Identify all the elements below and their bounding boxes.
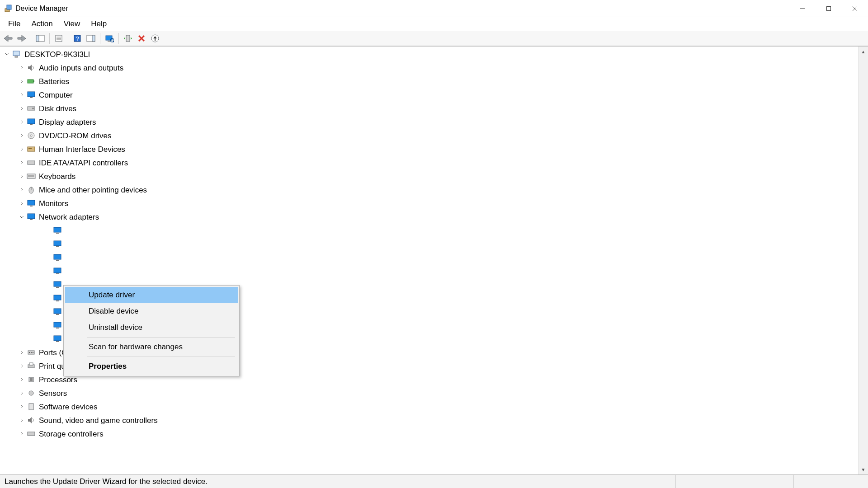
speaker-icon	[26, 63, 36, 72]
tree-item-display[interactable]: Display adapters	[0, 115, 858, 129]
tree-item-mice[interactable]: Mice and other pointing devices	[0, 183, 858, 197]
svg-marker-31	[28, 65, 32, 71]
menu-file[interactable]: File	[3, 19, 26, 29]
chevron-right-icon[interactable]	[18, 145, 25, 153]
printer-icon	[26, 361, 36, 371]
tree-item-monitors[interactable]: Monitors	[0, 197, 858, 210]
chevron-right-icon[interactable]	[18, 200, 25, 207]
controller-icon	[26, 158, 36, 167]
chevron-right-icon[interactable]	[18, 173, 25, 180]
svg-rect-78	[29, 363, 33, 365]
menu-view[interactable]: View	[58, 19, 86, 29]
menu-action[interactable]: Action	[26, 19, 58, 29]
chevron-right-icon[interactable]	[18, 389, 25, 397]
svg-rect-58	[56, 246, 59, 247]
svg-rect-38	[28, 119, 35, 124]
chevron-right-icon[interactable]	[18, 349, 25, 356]
tree-root[interactable]: DESKTOP-9K3I3LI	[0, 47, 858, 61]
forward-button[interactable]	[15, 32, 28, 45]
svg-rect-33	[33, 80, 34, 82]
chevron-right-icon[interactable]	[18, 105, 25, 112]
chevron-right-icon[interactable]	[18, 132, 25, 139]
disk-icon	[26, 104, 36, 113]
show-hide-tree-button[interactable]	[34, 32, 47, 45]
statusbar: Launches the Update Driver Wizard for th…	[0, 474, 868, 488]
tree-item-storage[interactable]: Storage controllers	[0, 427, 858, 441]
chevron-right-icon[interactable]	[18, 186, 25, 193]
scan-hardware-button[interactable]	[103, 32, 116, 45]
chevron-right-icon[interactable]	[18, 91, 25, 99]
tree-item-label: Sensors	[39, 389, 67, 397]
svg-rect-72	[56, 341, 59, 342]
tree-item-label: Processors	[39, 376, 77, 384]
back-button[interactable]	[2, 32, 14, 45]
chevron-right-icon[interactable]	[18, 376, 25, 383]
help-button[interactable]: ?	[71, 32, 84, 45]
tree-item-sound[interactable]: Sound, video and game controllers	[0, 413, 858, 427]
menu-help[interactable]: Help	[85, 19, 112, 29]
vertical-scrollbar[interactable]: ▲ ▼	[858, 47, 868, 474]
chevron-down-icon[interactable]	[4, 51, 11, 58]
svg-marker-83	[28, 417, 32, 423]
hid-icon	[26, 145, 36, 154]
context-menu-item-label: Disable device	[89, 307, 139, 316]
svg-point-41	[30, 135, 32, 136]
context-menu-disable-device[interactable]: Disable device	[65, 303, 238, 319]
device-tree[interactable]: DESKTOP-9K3I3LI Audio inputs and outputs…	[0, 47, 858, 474]
tree-item-keyboards[interactable]: Keyboards	[0, 169, 858, 183]
context-menu-item-label: Uninstall device	[89, 323, 142, 332]
chevron-right-icon[interactable]	[18, 362, 25, 370]
uninstall-device-button[interactable]	[135, 32, 148, 45]
tree-item-hid[interactable]: Human Interface Devices	[0, 142, 858, 156]
app-icon	[4, 4, 13, 13]
update-driver-button[interactable]	[149, 32, 161, 45]
tree-item-device[interactable]	[0, 224, 858, 237]
network-adapter-icon	[52, 321, 62, 330]
svg-rect-39	[30, 124, 33, 125]
tree-item-ide[interactable]: IDE ATA/ATAPI controllers	[0, 156, 858, 169]
chevron-right-icon[interactable]	[18, 430, 25, 437]
tree-root-label: DESKTOP-9K3I3LI	[24, 51, 90, 58]
close-button[interactable]	[842, 0, 868, 17]
chevron-right-icon[interactable]	[18, 417, 25, 424]
svg-point-75	[31, 352, 32, 353]
svg-rect-45	[28, 161, 35, 164]
tree-item-device[interactable]	[0, 264, 858, 278]
maximize-button[interactable]	[816, 0, 842, 17]
tree-item-dvd[interactable]: DVD/CD-ROM drives	[0, 129, 858, 142]
context-menu-update-driver[interactable]: Update driver	[65, 287, 238, 303]
svg-rect-53	[28, 214, 35, 219]
context-menu-uninstall-device[interactable]: Uninstall device	[65, 319, 238, 336]
properties-button[interactable]	[52, 32, 65, 45]
tree-item-sensors[interactable]: Sensors	[0, 386, 858, 400]
tree-item-batteries[interactable]: Batteries	[0, 75, 858, 88]
chevron-right-icon[interactable]	[18, 159, 25, 166]
tree-item-device[interactable]	[0, 251, 858, 264]
statusbar-text: Launches the Update Driver Wizard for th…	[2, 477, 675, 486]
tree-item-label: Sound, video and game controllers	[39, 417, 158, 424]
tree-item-device[interactable]	[0, 237, 858, 251]
context-menu-properties[interactable]: Properties	[65, 358, 238, 375]
window-controls	[789, 0, 868, 17]
context-menu-scan-hardware[interactable]: Scan for hardware changes	[65, 339, 238, 355]
network-adapter-icon	[52, 267, 62, 276]
svg-point-81	[29, 391, 33, 395]
scroll-up-icon[interactable]: ▲	[859, 47, 868, 56]
tree-item-audio[interactable]: Audio inputs and outputs	[0, 61, 858, 75]
chevron-right-icon[interactable]	[18, 403, 25, 410]
svg-rect-82	[29, 404, 33, 410]
scroll-down-icon[interactable]: ▼	[859, 465, 868, 474]
chevron-down-icon[interactable]	[18, 213, 25, 221]
chevron-right-icon[interactable]	[18, 78, 25, 85]
action-pane-button[interactable]	[85, 32, 97, 45]
chevron-right-icon[interactable]	[18, 118, 25, 126]
minimize-button[interactable]	[789, 0, 816, 17]
enable-device-button[interactable]	[122, 32, 134, 45]
tree-item-software[interactable]: Software devices	[0, 400, 858, 413]
tree-item-network[interactable]: Network adapters	[0, 210, 858, 224]
tree-item-computer[interactable]: Computer	[0, 88, 858, 102]
svg-rect-46	[27, 174, 35, 178]
chevron-right-icon[interactable]	[18, 64, 25, 71]
tree-item-disk[interactable]: Disk drives	[0, 102, 858, 115]
svg-rect-61	[54, 268, 61, 273]
